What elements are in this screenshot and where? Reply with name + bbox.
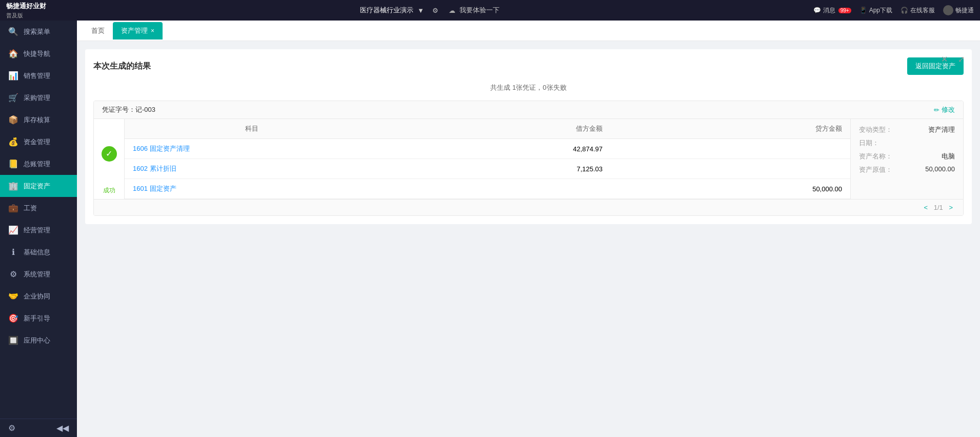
sidebar-item-quick-nav[interactable]: 🏠 快捷导航 xyxy=(0,43,77,65)
sidebar-icon-purchase: 🛒 xyxy=(8,93,18,103)
sidebar-label-app-center: 应用中心 xyxy=(24,336,50,345)
user-avatar-icon xyxy=(943,5,953,15)
asset-value-label: 资产原值： xyxy=(859,165,892,174)
credit-cell-0 xyxy=(611,139,850,159)
sidebar-item-basic-info[interactable]: ℹ 基础信息 xyxy=(0,241,77,263)
messages-badge: 99+ xyxy=(838,8,851,13)
tab-asset-management[interactable]: 资产管理× xyxy=(113,22,163,39)
result-panel-header: 本次生成的结果 返回固定资产 xyxy=(93,57,964,75)
sidebar-icon-fixed-assets: 🏢 xyxy=(8,181,18,191)
sidebar-item-search[interactable]: 🔍 搜索菜单 xyxy=(0,21,77,43)
dropdown-icon[interactable]: ▼ xyxy=(417,7,424,14)
sidebar-scroll: 🔍 搜索菜单 🏠 快捷导航 📊 销售管理 🛒 采购管理 📦 库存核算 💰 资金管… xyxy=(0,21,77,419)
subject-cell-1: 1602 累计折旧 xyxy=(125,159,378,179)
main-layout: 🔍 搜索菜单 🏠 快捷导航 📊 销售管理 🛒 采购管理 📦 库存核算 💰 资金管… xyxy=(0,21,980,437)
sidebar-item-app-center[interactable]: 🔲 应用中心 xyxy=(0,329,77,351)
online-service-item[interactable]: 🎧 在线客服 xyxy=(901,6,935,15)
sidebar-label-purchase: 采购管理 xyxy=(24,93,50,103)
subject-link-2[interactable]: 1601 固定资产 xyxy=(133,185,176,192)
asset-value-row: 资产原值： 50,000.00 xyxy=(859,165,955,174)
sidebar-icon-funds: 💰 xyxy=(8,137,18,147)
message-icon: 💬 xyxy=(813,7,821,14)
maximize-panel-button[interactable]: ⤢ xyxy=(955,53,968,65)
voucher-header: 凭证字号：记-003 ✏ 修改 xyxy=(94,101,963,119)
subject-link-1[interactable]: 1602 累计折旧 xyxy=(133,165,176,172)
voucher-table-part: 科目 借方金额 贷方金额 1606 固定资产清理 42,874.97 xyxy=(125,119,850,199)
settings-bottom-icon[interactable]: ⚙ xyxy=(8,423,15,433)
subject-cell-0: 1606 固定资产清理 xyxy=(125,139,378,159)
next-page-link[interactable]: > xyxy=(949,204,953,211)
sidebar-item-purchase[interactable]: 🛒 采购管理 xyxy=(0,87,77,109)
credit-cell-2: 50,000.00 xyxy=(611,179,850,199)
sidebar-item-enterprise[interactable]: 🤝 企业协同 xyxy=(0,285,77,307)
page-content: 本次生成的结果 返回固定资产 ✕ ⤢ 共生成 1张凭证，0张失败 凭证字号：记-… xyxy=(77,41,980,437)
sidebar-item-funds[interactable]: 💰 资金管理 xyxy=(0,131,77,153)
settings-icon[interactable]: ⚙ xyxy=(432,7,438,14)
result-title: 本次生成的结果 xyxy=(93,61,151,72)
tab-label-asset-management: 资产管理 xyxy=(121,26,148,35)
debit-cell-0: 42,874.97 xyxy=(378,139,611,159)
app-download-label: App下载 xyxy=(869,6,892,15)
header-center: 医疗器械行业演示 ▼ ⚙ ☁ 我要体验一下 xyxy=(360,6,499,15)
sidebar-icon-app-center: 🔲 xyxy=(8,335,18,345)
sidebar-item-ledger[interactable]: 📒 总账管理 xyxy=(0,153,77,175)
sidebar-item-sales[interactable]: 📊 销售管理 xyxy=(0,65,77,87)
sidebar-item-operations[interactable]: 📈 经营管理 xyxy=(0,219,77,241)
sidebar-item-system[interactable]: ⚙ 系统管理 xyxy=(0,263,77,285)
summary-text: 共生成 1张凭证，0张失败 xyxy=(93,83,964,92)
content-area: 首页资产管理× 本次生成的结果 返回固定资产 ✕ ⤢ 共生成 1张凭证，0张失败 xyxy=(77,21,980,437)
experience-btn[interactable]: 我要体验一下 xyxy=(459,6,499,15)
change-type-value: 资产清理 xyxy=(928,125,955,134)
change-type-row: 变动类型： 资产清理 xyxy=(859,125,955,134)
asset-name-row: 资产名称： 电脑 xyxy=(859,152,955,161)
voucher-right-panel: 变动类型： 资产清理 日期： 资产名称： 电脑 xyxy=(850,119,963,199)
messages-label: 消息 xyxy=(823,6,835,15)
collapse-icon[interactable]: ◀◀ xyxy=(56,423,69,433)
logo-section: 畅捷通好业财 普及版 xyxy=(6,2,46,19)
table-header-row: 科目 借方金额 贷方金额 xyxy=(125,119,850,139)
user-name: 畅捷通 xyxy=(955,6,974,15)
sidebar-icon-guide: 🎯 xyxy=(8,313,18,323)
sidebar-icon-inventory: 📦 xyxy=(8,115,18,125)
sidebar-label-fixed-assets: 固定资产 xyxy=(24,182,50,191)
close-panel-button[interactable]: ✕ xyxy=(938,53,951,65)
sidebar-item-guide[interactable]: 🎯 新手引导 xyxy=(0,307,77,329)
prev-page-link[interactable]: < xyxy=(924,204,928,211)
sidebar-item-payroll[interactable]: 💼 工资 xyxy=(0,197,77,219)
voucher-table: 科目 借方金额 贷方金额 1606 固定资产清理 42,874.97 xyxy=(125,119,850,199)
panel-controls: ✕ ⤢ xyxy=(938,53,968,65)
sidebar-item-fixed-assets[interactable]: 🏢 固定资产 xyxy=(0,175,77,197)
sidebar-bottom: ⚙ ◀◀ xyxy=(0,419,77,437)
page-info: 1/1 xyxy=(934,204,943,211)
sidebar-label-system: 系统管理 xyxy=(24,270,50,279)
edit-voucher-button[interactable]: ✏ 修改 xyxy=(934,105,955,114)
tab-home[interactable]: 首页 xyxy=(85,22,111,39)
logo-area: 畅捷通好业财 普及版 xyxy=(6,2,46,19)
sidebar-icon-system: ⚙ xyxy=(8,269,18,279)
pagination-row: < 1/1 > xyxy=(94,199,963,215)
subject-link-0[interactable]: 1606 固定资产清理 xyxy=(133,145,190,152)
headset-icon: 🎧 xyxy=(901,7,908,14)
debit-cell-2 xyxy=(378,179,611,199)
sidebar-icon-sales: 📊 xyxy=(8,71,18,81)
messages-item[interactable]: 💬 消息 99+ xyxy=(813,6,851,15)
cloud-icon: ☁ xyxy=(449,7,455,14)
edition-badge: 普及版 xyxy=(6,12,46,19)
sidebar-icon-payroll: 💼 xyxy=(8,203,18,213)
sidebar-label-funds: 资金管理 xyxy=(24,137,50,147)
sidebar-label-ledger: 总账管理 xyxy=(24,160,50,169)
sidebar-label-sales: 销售管理 xyxy=(24,71,50,81)
sidebar-label-operations: 经营管理 xyxy=(24,226,50,235)
phone-icon: 📱 xyxy=(859,7,867,14)
success-label: 成功 xyxy=(103,186,115,195)
voucher-body: ✓ 成功 科目 借方金额 贷方金额 xyxy=(94,119,963,199)
table-row: 1601 固定资产 50,000.00 xyxy=(125,179,850,199)
sidebar-icon-search: 🔍 xyxy=(8,27,18,36)
sidebar-item-inventory[interactable]: 📦 库存核算 xyxy=(0,109,77,131)
sidebar-icon-ledger: 📒 xyxy=(8,159,18,169)
col-header-subject: 科目 xyxy=(125,119,378,139)
tab-close-asset-management[interactable]: × xyxy=(151,27,154,34)
app-download-item[interactable]: 📱 App下载 xyxy=(859,6,892,15)
sidebar: 🔍 搜索菜单 🏠 快捷导航 📊 销售管理 🛒 采购管理 📦 库存核算 💰 资金管… xyxy=(0,21,77,437)
user-item[interactable]: 畅捷通 xyxy=(943,5,974,15)
